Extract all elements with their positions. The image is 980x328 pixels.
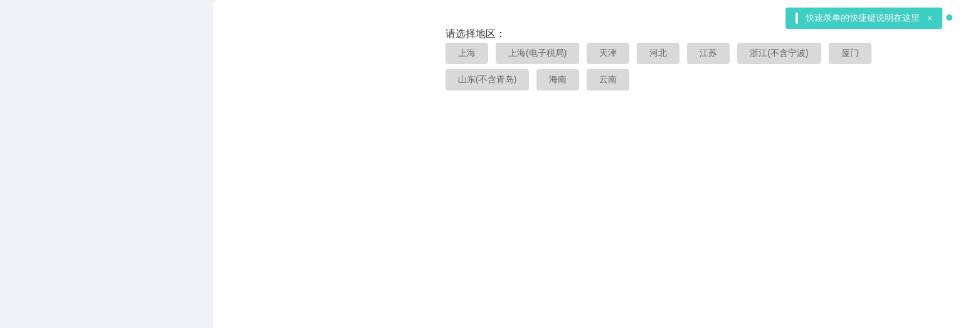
tooltip-text: 快速录单的快捷键说明在这里 <box>806 13 920 24</box>
main-content: 请选择地区： 上海上海(电子税局)天津河北江苏浙江(不含宁波)厦门 山东(不含青… <box>213 0 980 328</box>
page-label: 请选择地区： <box>445 28 506 41</box>
sidebar <box>0 0 213 328</box>
region-button[interactable]: 上海 <box>445 43 488 64</box>
region-button[interactable]: 天津 <box>587 43 629 64</box>
region-buttons-row2: 山东(不含青岛)海南云南 <box>445 69 629 90</box>
region-buttons-row1: 上海上海(电子税局)天津河北江苏浙江(不含宁波)厦门 <box>445 43 871 64</box>
tooltip-bar: 快速录单的快捷键说明在这里 × <box>786 8 942 29</box>
region-button[interactable]: 云南 <box>587 69 629 90</box>
tooltip-close-button[interactable]: × <box>927 13 932 23</box>
region-button[interactable]: 海南 <box>536 69 579 90</box>
region-button[interactable]: 浙江(不含宁波) <box>737 43 821 64</box>
region-button[interactable]: 上海(电子税局) <box>496 43 579 64</box>
region-button[interactable]: 山东(不含青岛) <box>445 69 529 90</box>
tooltip-accent <box>796 13 798 24</box>
region-button[interactable]: 河北 <box>637 43 679 64</box>
region-button[interactable]: 厦门 <box>829 43 871 64</box>
tooltip-dot <box>946 14 952 21</box>
region-button[interactable]: 江苏 <box>687 43 730 64</box>
